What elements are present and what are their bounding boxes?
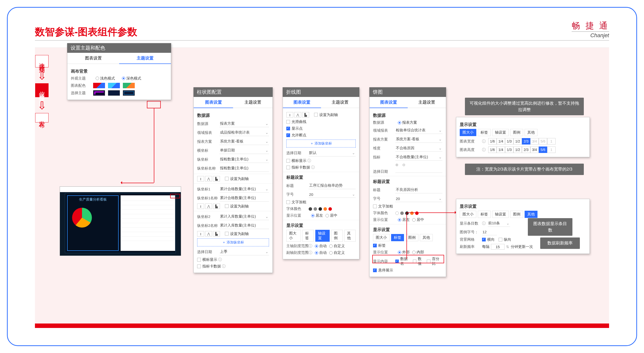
tip-size: 可视化组件的大小调整通过宽高比例进行修改，暂不支持拖拉调整 [465,98,584,115]
theme-panel: 设置主题和配色 图表设置 主题设置 画布背景 外观主题 浅色模式 深色模式 图表… [67,43,171,100]
width-options[interactable]: 1/61/41/31/22/33/45/61 [488,138,556,145]
dashboard-preview: 生产质量分析看板 [60,186,181,256]
tab-theme-settings[interactable]: 主题设置 [119,53,171,64]
workflow-steps: 选择布局 ⇩ 仪表板设计 ⇩ 发布 [34,55,49,123]
bar-icon[interactable]: ⫿ [197,176,204,181]
highlight-theme [147,101,161,108]
highlight-pie-pills [372,255,444,263]
area-icon[interactable]: ▙ [213,176,220,181]
step-design: 仪表板设计 [35,83,48,97]
tip-rows: 图表数据显示条目数 [528,218,572,236]
radio-light[interactable] [96,77,99,80]
line-icon[interactable]: ⋀ [205,176,212,181]
step-publish: 发布 [35,113,48,122]
brand-logo: 畅 捷 通 Chanjet [572,20,609,39]
step-layout: 选择布局 [35,55,48,68]
palette-3[interactable] [123,83,135,88]
radio-dark[interactable] [122,77,125,80]
pie-config-panel: 饼图 图表设置主题设置 数据源 数据源报表方案 领域报表检验单综合统计表 报表方… [369,87,446,277]
line-config-panel: 折线图 图表设置主题设置 ⫿⋀▙设置为副轴 光滑曲线 显示点 允许断点 ＋ 添加… [282,87,360,259]
tab-chart[interactable]: 图表设置 [194,97,233,108]
palette-1[interactable] [93,83,105,88]
tab-theme[interactable]: 主题设置 [233,97,272,108]
height-options[interactable]: 1/61/41/31/22/33/45/61 [488,147,556,153]
tab-chart-settings[interactable]: 图表设置 [67,53,119,64]
tip-width-note: 注：宽度为2/3表示该卡片宽带占整个画布宽带的2/3 [465,164,584,175]
add-yaxis[interactable]: ＋ 添加纵坐标 [197,238,269,246]
page-title: 数智参谋-图表组件参数 [35,25,137,39]
bar-config-panel: 柱状图配置 图表设置主题设置 数据源 数据源报表方案 领域报表成品报检率统计表 … [194,87,273,273]
palette-2[interactable] [108,83,120,88]
theme-2[interactable] [108,90,120,96]
theme-1[interactable] [93,90,105,96]
size-panel: 显示设置 图大小 标签 轴设置 图例 其他 图表宽度ⓘ 1/61/41/31/2… [456,117,590,157]
tip-refresh: 数据刷新频率 [540,237,580,249]
